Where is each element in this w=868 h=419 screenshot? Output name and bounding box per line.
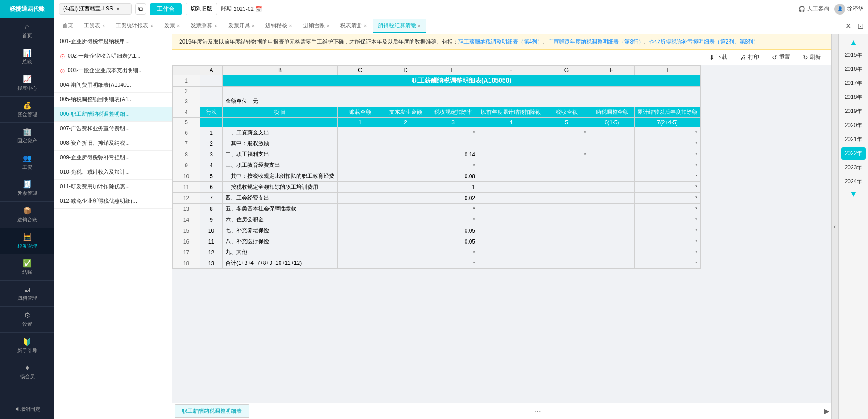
cell-D[interactable]: [383, 193, 428, 204]
tab-close-all-button[interactable]: ✕: [843, 21, 853, 31]
cell-F[interactable]: [478, 127, 544, 138]
tab-invoice-issue-close[interactable]: ×: [252, 23, 255, 29]
cell-D[interactable]: [383, 160, 428, 171]
scroll-right-button[interactable]: ▶: [824, 407, 829, 415]
sidebar-item-new-guide[interactable]: 🔰 新手引导: [0, 333, 54, 359]
cell-H[interactable]: [589, 247, 635, 258]
tab-income-tax-close[interactable]: ×: [418, 23, 421, 29]
sidebar-item-purchase-sales[interactable]: 📦 进销台账: [0, 202, 54, 228]
sidebar-item-home[interactable]: ⌂ 首页: [0, 18, 54, 44]
year-up-button[interactable]: ▲: [848, 37, 858, 48]
tab-invoice-issue[interactable]: 发票开具 ×: [223, 19, 260, 33]
bottom-tab-active[interactable]: 职工薪酬纳税调整明细表: [175, 404, 249, 418]
cell-E[interactable]: *: [428, 247, 478, 258]
bottom-menu-button[interactable]: ⋯: [534, 407, 541, 415]
cell-G[interactable]: [544, 247, 589, 258]
cell-G[interactable]: [544, 138, 589, 149]
cell-E[interactable]: *: [428, 127, 478, 138]
cell-H[interactable]: [589, 236, 635, 247]
cell-seq[interactable]: 6: [200, 182, 223, 193]
cell-seq[interactable]: 4: [200, 160, 223, 171]
cell-C[interactable]: [338, 160, 383, 171]
cell-item[interactable]: 一、工资薪金支出: [223, 127, 338, 138]
sidebar-item-report-center[interactable]: 📈 报表中心: [0, 70, 54, 97]
cell-item[interactable]: 按税收规定全额扣除的职工培训费用: [223, 182, 338, 193]
cell-item[interactable]: 五、各类基本社会保障性缴款: [223, 204, 338, 214]
cell-C[interactable]: [338, 258, 383, 269]
cell-G[interactable]: [544, 225, 589, 236]
sidebar-item-asset-mgmt[interactable]: 💰 资金管理: [0, 97, 54, 123]
tab-purchase-audit[interactable]: 进销稽核 ×: [260, 19, 297, 33]
cell-G[interactable]: [544, 182, 589, 193]
cell-item[interactable]: 三、职工教育经费支出: [223, 160, 338, 171]
user-info[interactable]: 👤 徐泽华: [834, 4, 863, 15]
panel-item-010[interactable]: 010-免税、减计收入及加计...: [54, 165, 172, 180]
sidebar-item-fixed-assets[interactable]: 🏢 固定资产: [0, 123, 54, 149]
cell-H[interactable]: [589, 258, 635, 269]
cell-seq[interactable]: 2: [200, 138, 223, 149]
cell-I[interactable]: *: [635, 236, 701, 247]
cell-I[interactable]: *: [635, 182, 701, 193]
year-item-2017[interactable]: 2017年: [841, 77, 866, 89]
cell-seq[interactable]: 5: [200, 171, 223, 182]
cell-F[interactable]: [478, 138, 544, 149]
cell-H[interactable]: [589, 204, 635, 214]
cell-C[interactable]: [338, 214, 383, 225]
copy-button[interactable]: ⧉: [135, 3, 146, 15]
panel-item-008[interactable]: 008-资产折旧、摊销及纳税...: [54, 136, 172, 151]
year-item-2019[interactable]: 2019年: [841, 105, 866, 117]
tab-invoice-calc-close[interactable]: ×: [214, 23, 217, 29]
panel-item-004[interactable]: 004-期间费用明细表(A1040...: [54, 78, 172, 93]
cell-seq[interactable]: 8: [200, 204, 223, 214]
cell-seq[interactable]: 3: [200, 149, 223, 160]
panel-item-003[interactable]: ⊙ 003-一般企业业成本支出明细...: [54, 63, 172, 78]
company-selector[interactable]: (勾副) 江西赣宝-LSS ▼: [59, 3, 132, 15]
tab-invoice[interactable]: 发票 ×: [159, 19, 185, 33]
tab-income-tax[interactable]: 所得税汇算清缴 ×: [373, 19, 426, 33]
cell-seq[interactable]: 9: [200, 214, 223, 225]
sidebar-item-tax-mgmt[interactable]: 🧮 税务管理: [0, 228, 54, 254]
cell-E[interactable]: 0.02: [428, 193, 478, 204]
cell-C[interactable]: [338, 247, 383, 258]
cell-item[interactable]: 四、工会经费支出: [223, 193, 338, 204]
cell-I[interactable]: *: [635, 160, 701, 171]
year-item-2023[interactable]: 2023年: [841, 161, 866, 174]
cell-D[interactable]: [383, 127, 428, 138]
cell-E[interactable]: 1: [428, 182, 478, 193]
cell-F[interactable]: [478, 247, 544, 258]
tab-payroll-close[interactable]: ×: [102, 23, 105, 29]
cell-I[interactable]: *: [635, 193, 701, 204]
cell-I[interactable]: *: [635, 127, 701, 138]
cell-G[interactable]: *: [544, 127, 589, 138]
cell-H[interactable]: [589, 127, 635, 138]
year-item-2024[interactable]: 2024年: [841, 175, 866, 188]
link-2[interactable]: 广宣赠跌年度纳税调整明细表（第8行）: [548, 39, 644, 45]
cell-E[interactable]: *: [428, 214, 478, 225]
cell-C[interactable]: [338, 138, 383, 149]
cell-H[interactable]: [589, 160, 635, 171]
cell-F[interactable]: [478, 193, 544, 204]
cell-G[interactable]: [544, 236, 589, 247]
sidebar-item-invoice-mgmt[interactable]: 🧾 发票管理: [0, 175, 54, 202]
link-1[interactable]: 职工薪酬纳税调整明细表（第4列）: [458, 39, 543, 45]
tab-maximize-button[interactable]: ⊡: [855, 21, 866, 31]
cell-C[interactable]: [338, 182, 383, 193]
tab-payroll[interactable]: 工资表 ×: [78, 19, 110, 33]
cell-I[interactable]: *: [635, 258, 701, 269]
year-item-2015[interactable]: 2015年: [841, 49, 866, 61]
cell-I[interactable]: *: [635, 138, 701, 149]
tab-payroll-stats[interactable]: 工资统计报表 ×: [110, 19, 158, 33]
calendar-icon[interactable]: 📅: [255, 6, 262, 12]
sidebar-item-settlement[interactable]: ✅ 结账: [0, 254, 54, 281]
cell-D[interactable]: [383, 204, 428, 214]
cell-seq[interactable]: 13: [200, 258, 223, 269]
cell-D[interactable]: [383, 149, 428, 160]
cell-seq[interactable]: 10: [200, 225, 223, 236]
tab-tax-list[interactable]: 税表清册 ×: [335, 19, 372, 33]
reset-button[interactable]: ↺ 重置: [768, 52, 794, 63]
cell-I[interactable]: *: [635, 247, 701, 258]
cell-D[interactable]: [383, 171, 428, 182]
cell-item[interactable]: 七、补充养老保险: [223, 225, 338, 236]
cell-item[interactable]: 其中：股权激励: [223, 138, 338, 149]
cell-H[interactable]: [589, 138, 635, 149]
